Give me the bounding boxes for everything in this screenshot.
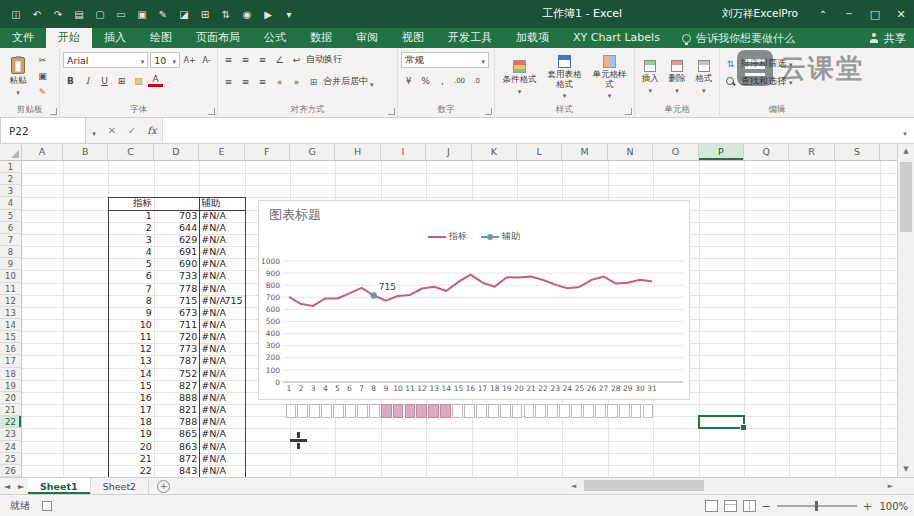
legend-item-指标[interactable]: 指标 (428, 230, 467, 243)
sheet-tab-Sheet1[interactable]: Sheet1 (28, 478, 91, 494)
strip-cell-25[interactable] (571, 404, 582, 418)
row-header-11[interactable]: 11 (0, 283, 21, 295)
column-header-M[interactable]: M (562, 144, 607, 160)
cell-helper-value[interactable]: #N/A (201, 441, 242, 453)
ribbon-tab-开始[interactable]: 开始 (46, 28, 92, 48)
row-header-9[interactable]: 9 (0, 258, 21, 270)
align-right-icon[interactable] (255, 74, 270, 89)
row-header-8[interactable]: 8 (0, 246, 21, 258)
cell-helper-value[interactable]: #N/A (201, 368, 242, 380)
paste-button[interactable]: 粘贴 (3, 52, 33, 102)
cell-day[interactable]: 10 (110, 319, 151, 331)
strip-cell-14[interactable] (440, 404, 451, 418)
row-header-1[interactable]: 1 (0, 161, 21, 173)
italic-icon[interactable] (80, 73, 95, 88)
horizontal-scrollbar[interactable]: ◄ ► (567, 479, 897, 492)
cell-helper-value[interactable]: #N/A (201, 331, 242, 343)
strip-cell-10[interactable] (393, 404, 404, 418)
dialog-launcher-icon[interactable] (625, 108, 632, 115)
column-header-E[interactable]: E (199, 144, 244, 160)
strip-cell-17[interactable] (476, 404, 487, 418)
cell-helper-value[interactable]: #N/A (201, 307, 242, 319)
row-header-10[interactable]: 10 (0, 270, 21, 282)
column-header-D[interactable]: D (154, 144, 199, 160)
wrap-text-icon[interactable] (289, 52, 304, 67)
strip-cell-7[interactable] (357, 404, 368, 418)
cell-metric-value[interactable]: 821 (156, 404, 197, 416)
cell-helper-value[interactable]: #N/A (201, 355, 242, 367)
cell-helper-value[interactable]: #N/A (201, 234, 242, 246)
cell-helper-value[interactable]: #N/A (201, 283, 242, 295)
percent-style-icon[interactable] (418, 73, 433, 88)
row-header-5[interactable]: 5 (0, 210, 21, 222)
cell-helper-value[interactable]: #N/A (201, 319, 242, 331)
strip-cell-6[interactable] (345, 404, 356, 418)
cell-metric-value[interactable]: 787 (156, 355, 197, 367)
cut-icon[interactable] (35, 52, 50, 67)
strip-cell-3[interactable] (309, 404, 320, 418)
row-header-15[interactable]: 15 (0, 331, 21, 343)
row-header-26[interactable]: 26 (0, 465, 21, 477)
cell-day[interactable]: 2 (110, 222, 151, 234)
sheet-nav-left-icon[interactable]: ◄ (0, 478, 14, 494)
vertical-scroll-thumb[interactable] (900, 162, 912, 232)
scroll-down-icon[interactable]: ▼ (898, 462, 914, 477)
align-middle-icon[interactable] (238, 52, 253, 67)
cell-metric-value[interactable]: 843 (156, 465, 197, 477)
confirm-entry-icon[interactable] (122, 118, 142, 143)
chart-title[interactable]: 图表标题 (269, 206, 321, 224)
insert-function-icon[interactable] (142, 118, 162, 143)
column-header-S[interactable]: S (835, 144, 880, 160)
ribbon-tab-文件[interactable]: 文件 (0, 28, 46, 48)
formula-input[interactable] (162, 118, 896, 143)
row-header-23[interactable]: 23 (0, 428, 21, 440)
column-header-A[interactable]: A (22, 144, 63, 160)
insert-table-icon[interactable]: ⊞ (195, 5, 215, 23)
macro-record-icon[interactable] (42, 501, 52, 511)
row-header-22[interactable]: 22 (0, 416, 21, 428)
cell-day[interactable]: 19 (110, 428, 151, 440)
zoom-out-icon[interactable]: − (762, 500, 771, 513)
ribbon-tab-插入[interactable]: 插入 (92, 28, 138, 48)
row-header-7[interactable]: 7 (0, 234, 21, 246)
cell-metric-value[interactable]: 690 (156, 258, 197, 270)
row-header-17[interactable]: 17 (0, 355, 21, 367)
page-layout-view-icon[interactable] (724, 500, 737, 512)
row-header-3[interactable]: 3 (0, 185, 21, 197)
cell-helper-value[interactable]: #N/A (201, 343, 242, 355)
cell-metric-value[interactable]: 827 (156, 380, 197, 392)
column-header-N[interactable]: N (608, 144, 653, 160)
bold-icon[interactable] (63, 73, 78, 88)
chart-legend[interactable]: 指标辅助 (259, 230, 689, 243)
sort-icon[interactable]: ⇅ (216, 5, 236, 23)
selected-cell-P22[interactable] (698, 415, 745, 429)
cell-helper-value[interactable]: #N/A (201, 210, 242, 222)
save-icon[interactable]: ◫ (6, 5, 26, 23)
cell-helper-value[interactable]: #N/A (201, 428, 242, 440)
cell-day[interactable]: 1 (110, 210, 151, 222)
cell-day[interactable]: 5 (110, 258, 151, 270)
scroll-left-icon[interactable]: ◄ (567, 482, 580, 490)
strip-cell-20[interactable] (512, 404, 523, 418)
delete-cells-button[interactable]: 删除 (665, 60, 690, 96)
column-header-P[interactable]: P (699, 144, 744, 160)
cell-day[interactable]: 8 (110, 295, 151, 307)
table-header-metric[interactable]: 指标 (110, 197, 151, 209)
user-account[interactable]: 刘万祥ExcelPro (722, 7, 798, 21)
zoom-slider-thumb[interactable] (815, 501, 818, 511)
strip-cell-9[interactable] (381, 404, 392, 418)
format-painter-icon[interactable]: ✎ (153, 5, 173, 23)
strip-cell-16[interactable] (464, 404, 475, 418)
column-header-G[interactable]: G (290, 144, 335, 160)
cell-day[interactable]: 4 (110, 246, 151, 258)
tell-me-box[interactable]: 告诉我你想要做什么 (672, 28, 805, 48)
strip-cell-1[interactable] (286, 404, 297, 418)
cell-metric-value[interactable]: 888 (156, 392, 197, 404)
strip-cell-8[interactable] (369, 404, 380, 418)
minimize-icon[interactable] (836, 0, 862, 28)
strip-cell-21[interactable] (524, 404, 535, 418)
column-header-R[interactable]: R (789, 144, 834, 160)
insert-cells-button[interactable]: 插入 (638, 60, 663, 96)
share-button[interactable]: 共享 (869, 28, 906, 48)
ribbon-tab-加载项[interactable]: 加载项 (504, 28, 561, 48)
